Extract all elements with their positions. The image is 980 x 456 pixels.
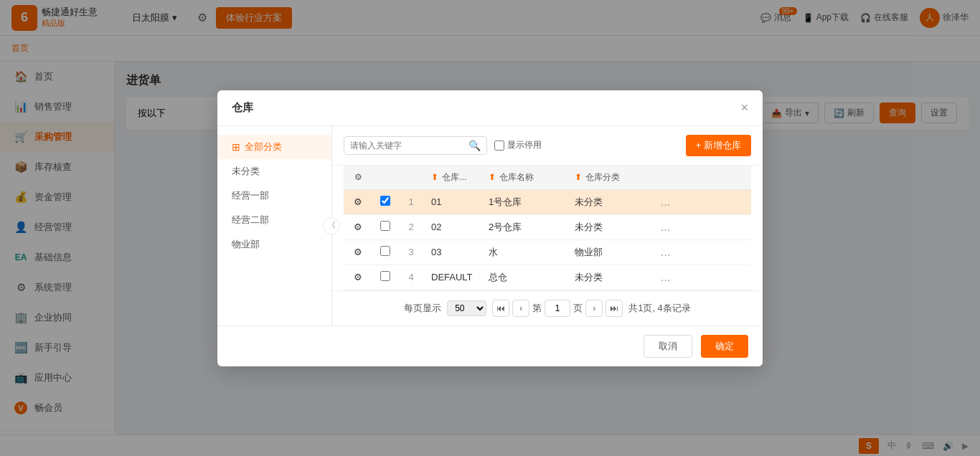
page-last-button[interactable]: ⏭ [606, 300, 623, 317]
page-number-input[interactable] [545, 300, 570, 317]
per-page-label: 每页显示 [404, 302, 441, 315]
row-id: 01 [424, 189, 481, 214]
row-actions: ... [654, 265, 751, 290]
row-checkbox[interactable] [380, 221, 390, 231]
col-header-settings: ⚙ [344, 166, 372, 190]
row-id: 02 [424, 214, 481, 239]
row-cat: 未分类 [567, 214, 654, 239]
warehouse-modal: 仓库 × ⊞ 全部分类 未分类 经营一部 经营二部 [217, 90, 763, 366]
modal-search-toolbar: 🔍 显示停用 + 新增仓库 [332, 126, 763, 166]
row-name: 2号仓库 [481, 214, 567, 239]
col-header-name[interactable]: ⬆ 仓库名称 [481, 166, 567, 190]
row-cat: 未分类 [567, 189, 654, 214]
modal-body: ⊞ 全部分类 未分类 经营一部 经营二部 物业部 《 [217, 126, 763, 326]
search-input[interactable] [350, 141, 464, 151]
row-settings-icon[interactable]: ⚙ [344, 265, 372, 290]
row-id: 03 [424, 239, 481, 265]
cat-dept1-label: 经营一部 [232, 189, 269, 202]
row-settings-icon[interactable]: ⚙ [344, 239, 372, 265]
row-cat: 物业部 [567, 239, 654, 265]
cat-dept1[interactable]: 经营一部 [217, 184, 331, 208]
modal-overlay: 仓库 × ⊞ 全部分类 未分类 经营一部 经营二部 [0, 0, 980, 456]
table-row[interactable]: ⚙ 1 01 1号仓库 未分类 ... [344, 189, 751, 214]
cat-all-label: 全部分类 [245, 141, 282, 153]
modal-footer: 取消 确定 [217, 326, 763, 366]
row-checkbox-cell [372, 239, 398, 265]
row-checkbox-cell [372, 189, 398, 214]
warehouse-table: ⚙ ⬆ 仓库... ⬆ 仓库名称 [332, 166, 763, 290]
cancel-button[interactable]: 取消 [644, 335, 692, 358]
row-number: 4 [398, 265, 424, 290]
col-header-num [398, 166, 424, 190]
row-settings-icon[interactable]: ⚙ [344, 214, 372, 239]
row-name: 1号仓库 [481, 189, 567, 214]
modal-category-sidebar: ⊞ 全部分类 未分类 经营一部 经营二部 物业部 《 [217, 126, 332, 326]
row-checkbox-cell [372, 265, 398, 290]
total-info: 共1页, 4条记录 [628, 302, 691, 315]
col-header-cat[interactable]: ⬆ 仓库分类 [567, 166, 654, 190]
row-checkbox[interactable] [380, 246, 390, 256]
page-label-pre: 第 [532, 302, 542, 315]
table-row[interactable]: ⚙ 4 DEFAULT 总仓 未分类 ... [344, 265, 751, 290]
add-warehouse-button[interactable]: + 新增仓库 [686, 135, 751, 156]
row-settings-icon[interactable]: ⚙ [344, 189, 372, 214]
row-id: DEFAULT [424, 265, 481, 290]
page-label: 页 [573, 302, 583, 315]
search-icon[interactable]: 🔍 [468, 140, 481, 151]
modal-close-button[interactable]: × [740, 100, 748, 115]
row-cat: 未分类 [567, 265, 654, 290]
row-number: 2 [398, 214, 424, 239]
table-row[interactable]: ⚙ 2 02 2号仓库 未分类 ... [344, 214, 751, 239]
row-number: 1 [398, 189, 424, 214]
modal-header: 仓库 × [217, 90, 763, 126]
modal-pagination: 每页显示 50 10 20 100 ⏮ ‹ 第 [332, 290, 763, 326]
show-disabled-area: 显示停用 [494, 139, 542, 151]
modal-main-area: 🔍 显示停用 + 新增仓库 ⚙ [332, 126, 763, 326]
cat-uncategorized-label: 未分类 [232, 165, 260, 178]
cat-property[interactable]: 物业部 [217, 232, 331, 257]
modal-title: 仓库 [232, 101, 253, 115]
grid-icon: ⊞ [232, 141, 240, 153]
page-first-button[interactable]: ⏮ [492, 300, 509, 317]
search-box: 🔍 [344, 136, 487, 155]
per-page-select[interactable]: 50 10 20 100 [447, 300, 486, 316]
sort-icon-id: ⬆ [431, 172, 438, 182]
per-page-select-area: 50 10 20 100 [447, 300, 486, 316]
table-row[interactable]: ⚙ 3 03 水 物业部 ... [344, 239, 751, 265]
row-actions: ... [654, 189, 751, 214]
col-header-id[interactable]: ⬆ 仓库... [424, 166, 481, 190]
cat-property-label: 物业部 [232, 238, 260, 251]
row-actions: ... [654, 214, 751, 239]
page-navigation: ⏮ ‹ 第 页 › ⏭ [492, 300, 623, 317]
row-checkbox-cell [372, 214, 398, 239]
sort-icon-name: ⬆ [489, 172, 496, 182]
confirm-button[interactable]: 确定 [701, 335, 748, 358]
row-number: 3 [398, 239, 424, 265]
show-disabled-checkbox[interactable] [494, 141, 504, 151]
sidebar-collapse-button[interactable]: 《 [323, 217, 340, 234]
page-prev-button[interactable]: ‹ [512, 300, 529, 317]
cat-uncategorized[interactable]: 未分类 [217, 159, 331, 184]
cat-dept2-label: 经营二部 [232, 214, 269, 227]
cat-dept2[interactable]: 经营二部 [217, 208, 331, 232]
show-disabled-label: 显示停用 [507, 139, 542, 151]
col-header-check [372, 166, 398, 190]
page-next-button[interactable]: › [585, 300, 603, 317]
row-checkbox[interactable] [380, 271, 390, 281]
row-name: 总仓 [481, 265, 567, 290]
row-name: 水 [481, 239, 567, 265]
sort-icon-cat: ⬆ [575, 172, 582, 182]
cat-all[interactable]: ⊞ 全部分类 [217, 135, 331, 159]
row-actions: ... [654, 239, 751, 265]
row-checkbox[interactable] [380, 196, 390, 206]
col-header-extra [654, 166, 751, 190]
